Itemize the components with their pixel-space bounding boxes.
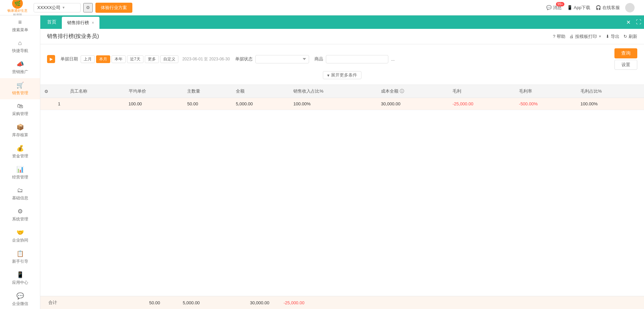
online-service-label: 在线客服: [602, 5, 620, 11]
filter-expand-arrow[interactable]: ▶: [47, 55, 55, 63]
footer-main-qty: 50.00: [145, 300, 179, 305]
box-icon: 📦: [16, 123, 24, 131]
row-gross-pct: 100.00%: [576, 98, 644, 110]
sidebar-item-sales[interactable]: 🛒 销售管理: [0, 78, 40, 99]
date-filter: 单据日期 上月 本月 本年 近7天 更多 自定义 2023-06-01 至 20…: [60, 55, 230, 63]
sidebar-item-label: 销售管理: [12, 90, 28, 96]
tab-home[interactable]: 首页: [42, 15, 62, 29]
trial-button[interactable]: 体验行业方案: [95, 3, 132, 13]
th-employee: 员工名称: [66, 85, 125, 98]
megaphone-icon: 📣: [16, 60, 24, 68]
sidebar-item-label: 应用中心: [12, 280, 28, 286]
sidebar-item-system[interactable]: ⚙ 系统管理: [0, 204, 40, 225]
tab-close-icon[interactable]: ×: [92, 20, 94, 25]
date-btn-last-month[interactable]: 上月: [81, 55, 95, 63]
sidebar-item-purchase[interactable]: 🛍 采购管理: [0, 99, 40, 120]
chart-icon: 📊: [16, 166, 24, 173]
sidebar-item-quick-nav[interactable]: ⌂ 快捷导航: [0, 36, 40, 57]
logo-name: 畅康通好生意: [7, 9, 28, 13]
sidebar-item-operations[interactable]: 📊 经营管理: [0, 162, 40, 184]
goods-label: 商品: [314, 56, 323, 62]
row-rank: 1: [52, 98, 66, 110]
export-button[interactable]: ⬇ 导出: [606, 34, 619, 40]
export-icon: ⬇: [606, 34, 609, 39]
row-cost: 30,000.00: [377, 98, 448, 110]
sidebar-item-label: 基础信息: [12, 195, 28, 201]
company-selector[interactable]: XXXXX公司 ▼: [34, 3, 81, 12]
gear-icon: ⚙: [17, 208, 23, 215]
refresh-button[interactable]: ↻ 刷新: [624, 34, 637, 40]
main-body: ≡ 搜索菜单 ⌂ 快捷导航 📣 营销推广 🛒 销售管理 🛍 采购管理 📦 库: [0, 15, 644, 309]
goods-input[interactable]: [326, 55, 388, 63]
sidebar: ≡ 搜索菜单 ⌂ 快捷导航 📣 营销推广 🛒 销售管理 🛍 采购管理 📦 库: [0, 15, 40, 309]
handshake-icon: 🤝: [16, 229, 24, 236]
sidebar-item-label: 营销推广: [12, 69, 28, 75]
top-bar: 🌿 畅康通好生意 标准版 XXXXX公司 ▼ ⚙ 体验行业方案 💬 消息 99+…: [0, 0, 644, 15]
avatar[interactable]: [625, 3, 635, 12]
date-label: 单据日期: [60, 56, 78, 62]
page-content: 销售排行榜(按业务员) ? 帮助 🖨 按模板打印 ▼ ⬇: [40, 29, 644, 309]
filter-arrow-icon[interactable]: ▶: [47, 55, 55, 63]
help-label: 帮助: [557, 34, 565, 40]
more-icon[interactable]: ...: [391, 57, 395, 62]
sidebar-item-search-order[interactable]: ≡ 搜索菜单: [0, 15, 40, 36]
help-button[interactable]: ? 帮助: [553, 34, 565, 40]
print-button[interactable]: 🖨 按模板打印 ▼: [569, 34, 602, 40]
sidebar-item-label: 新手引导: [12, 259, 28, 264]
footer-empty-1: [112, 300, 145, 305]
status-select[interactable]: [255, 55, 309, 63]
app-download-button[interactable]: 📱 App下载: [567, 5, 590, 11]
date-buttons: 上月 本月 本年 近7天 更多 自定义: [81, 55, 178, 63]
status-filter: 单据状态: [235, 55, 309, 63]
expand-label: 展开更多条件: [331, 72, 357, 78]
row-main-qty: 50.00: [183, 98, 232, 110]
filter-row: ▶ 单据日期 上月 本月 本年 近7天 更多 自定义: [47, 48, 637, 70]
tab-sales-ranking[interactable]: 销售排行榜 ×: [62, 17, 99, 29]
topbar-settings-button[interactable]: ⚙: [83, 3, 93, 12]
row-employee: [66, 98, 125, 110]
sidebar-item-app-center[interactable]: 📱 应用中心: [0, 268, 40, 289]
sidebar-item-basic-info[interactable]: 🗂 基础信息: [0, 184, 40, 204]
sidebar-item-label: 企业微信: [12, 301, 28, 307]
date-btn-more[interactable]: 更多: [145, 55, 159, 63]
tab-bar-right: ✕ ⛶: [625, 18, 643, 27]
logo-area: 🌿 畅康通好生意 标准版: [4, 0, 31, 17]
date-btn-this-month[interactable]: 本月: [96, 55, 110, 63]
data-table: ⚙ 员工名称 平均单价 主数量 全额 销售收入占比% 成本全额 ⓘ 毛利 毛利率: [40, 85, 644, 110]
app-download-label: App下载: [574, 5, 590, 11]
goods-filter: 商品 ...: [314, 55, 395, 63]
sidebar-item-marketing[interactable]: 📣 营销推广: [0, 57, 40, 78]
maximize-icon[interactable]: ⛶: [635, 18, 643, 27]
query-button[interactable]: 查询: [614, 48, 637, 58]
date-btn-custom[interactable]: 自定义: [160, 55, 178, 63]
footer-gross: -25,000.00: [280, 300, 313, 305]
th-gross-pct: 毛利占比%: [576, 85, 644, 98]
footer-cells: 50.00 5,000.00 30,000.00 -25,000.00: [112, 300, 640, 305]
message-button[interactable]: 💬 消息 99+: [546, 5, 562, 11]
th-gross: 毛利: [448, 85, 515, 98]
sidebar-item-label: 快捷导航: [12, 48, 28, 54]
sidebar-item-inventory[interactable]: 📦 库存核算: [0, 120, 40, 141]
date-btn-this-year[interactable]: 本年: [112, 55, 126, 63]
setting-button[interactable]: 设置: [614, 60, 637, 70]
sidebar-item-wechat[interactable]: 💬 企业微信: [0, 289, 40, 309]
company-name: XXXXX公司: [37, 5, 60, 11]
sidebar-item-enterprise-collab[interactable]: 🤝 企业协同: [0, 225, 40, 247]
date-btn-7days[interactable]: 近7天: [127, 55, 143, 63]
expand-icon: ▾: [327, 73, 330, 78]
close-window-icon[interactable]: ✕: [625, 18, 632, 27]
row-gear: [40, 98, 52, 110]
headset-icon: 🎧: [596, 5, 601, 10]
sidebar-item-newbie[interactable]: 📋 新手引导: [0, 247, 40, 268]
th-rank: [52, 85, 66, 98]
sidebar-item-finance[interactable]: 💰 资金管理: [0, 141, 40, 162]
th-avg-price: 平均单价: [125, 85, 183, 98]
th-gear[interactable]: ⚙: [40, 85, 52, 98]
top-right-area: 💬 消息 99+ 📱 App下载 🎧 在线客服: [546, 3, 640, 12]
sidebar-item-label: 采购管理: [12, 111, 28, 117]
print-chevron-icon: ▼: [598, 35, 602, 38]
expand-row: ▾ 展开更多条件: [47, 70, 637, 81]
online-service-button[interactable]: 🎧 在线客服: [596, 5, 620, 11]
home-icon: ⌂: [18, 40, 22, 47]
expand-button[interactable]: ▾ 展开更多条件: [323, 71, 361, 79]
